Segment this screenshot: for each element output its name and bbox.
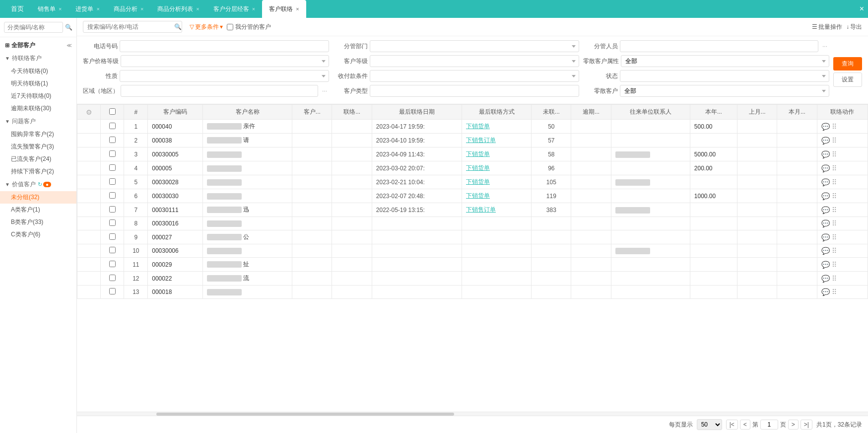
sidebar-collapse-icon[interactable]: ≪ xyxy=(67,43,71,48)
sidebar-item-unclassified[interactable]: 未分组(32) xyxy=(0,191,76,204)
sidebar-item-today[interactable]: 今天待联络(0) xyxy=(0,65,76,77)
row-last-method[interactable]: 下销货单 xyxy=(462,147,532,161)
search-icon[interactable]: 🔍 xyxy=(174,23,186,30)
sidebar-item-declining[interactable]: 持续下滑客户(2) xyxy=(0,165,76,178)
filter-status-select[interactable] xyxy=(620,70,829,82)
sidebar-item-7days[interactable]: 近7天待联络(0) xyxy=(0,90,76,102)
row-last-method[interactable]: 下销售订单 xyxy=(462,134,532,147)
first-page-btn[interactable]: |< xyxy=(726,420,738,430)
more-icon[interactable]: ⠿ xyxy=(832,233,837,241)
row-checkbox[interactable] xyxy=(101,147,124,161)
last-method-link[interactable]: 下销货单 xyxy=(466,192,490,199)
more-icon[interactable]: ⠿ xyxy=(832,178,837,186)
more-icon[interactable]: ⠿ xyxy=(832,275,837,283)
row-select-checkbox[interactable] xyxy=(109,261,116,267)
row-last-method[interactable] xyxy=(462,217,532,230)
filter-region-dots[interactable]: ··· xyxy=(320,87,329,94)
chat-icon[interactable]: 💬 xyxy=(821,288,830,296)
last-method-link[interactable]: 下销货单 xyxy=(466,150,490,157)
chat-icon[interactable]: 💬 xyxy=(821,192,830,200)
next-page-btn[interactable]: > xyxy=(788,420,799,430)
row-checkbox[interactable] xyxy=(101,244,124,258)
sidebar-search-input[interactable] xyxy=(4,22,63,33)
last-method-link[interactable]: 下销货单 xyxy=(466,178,490,185)
row-last-method[interactable] xyxy=(462,230,532,244)
sidebar-all-customers[interactable]: ⊞ 全部客户 ≪ xyxy=(0,37,76,52)
row-select-checkbox[interactable] xyxy=(109,150,116,157)
chat-icon[interactable]: 💬 xyxy=(821,206,830,214)
tab-analysis-list[interactable]: 商品分析列表 × xyxy=(150,0,206,18)
row-checkbox[interactable] xyxy=(101,217,124,230)
chat-icon[interactable]: 💬 xyxy=(821,261,830,269)
chat-icon[interactable]: 💬 xyxy=(821,178,830,186)
row-checkbox[interactable] xyxy=(101,134,124,147)
row-select-checkbox[interactable] xyxy=(109,123,116,129)
my-customers-checkbox-label[interactable]: 我分管的客户 xyxy=(227,23,271,31)
more-icon[interactable]: ⠿ xyxy=(832,261,837,269)
my-customers-checkbox[interactable] xyxy=(227,24,233,30)
sidebar-item-c-class[interactable]: C类客户(6) xyxy=(0,228,76,241)
more-icon[interactable]: ⠿ xyxy=(832,288,837,296)
tab-customer-layer[interactable]: 客户分层经客 × xyxy=(206,0,262,18)
filter-dept-select[interactable] xyxy=(370,40,579,52)
sidebar-item-warning[interactable]: 流失预警客户(3) xyxy=(0,141,76,153)
chat-icon[interactable]: 💬 xyxy=(821,275,830,283)
row-select-checkbox[interactable] xyxy=(109,247,116,253)
page-input[interactable] xyxy=(760,420,778,430)
last-method-link[interactable]: 下销售订单 xyxy=(466,206,496,213)
filter-retail-attr-select[interactable]: 全部 xyxy=(621,55,829,67)
tab-analysis-list-close[interactable]: × xyxy=(196,6,199,12)
filter-retail-customer-select[interactable]: 全部 xyxy=(620,85,829,97)
more-icon[interactable]: ⠿ xyxy=(832,219,837,227)
row-checkbox[interactable] xyxy=(101,120,124,134)
tab-sales-close[interactable]: × xyxy=(59,6,62,12)
chat-icon[interactable]: 💬 xyxy=(821,233,830,241)
sidebar-item-tomorrow[interactable]: 明天待联络(1) xyxy=(0,77,76,90)
filter-customer-type-input[interactable] xyxy=(370,85,579,97)
sidebar-group-pending-header[interactable]: ▼ 待联络客户 xyxy=(0,52,76,65)
tab-customer-contact[interactable]: 客户联络 × xyxy=(262,0,306,18)
last-method-link[interactable]: 下销货单 xyxy=(466,123,490,130)
row-checkbox[interactable] xyxy=(101,161,124,175)
tab-analysis[interactable]: 商品分析 × xyxy=(107,0,150,18)
last-method-link[interactable]: 下销售订单 xyxy=(466,137,496,144)
row-last-method[interactable] xyxy=(462,286,532,299)
last-page-btn[interactable]: >| xyxy=(801,420,812,430)
row-checkbox[interactable] xyxy=(101,203,124,217)
sidebar-group-value-header[interactable]: ▼ 价值客户 ↻ ● xyxy=(0,178,76,191)
row-select-checkbox[interactable] xyxy=(109,219,116,226)
row-select-checkbox[interactable] xyxy=(109,275,116,281)
tab-purchase-close[interactable]: × xyxy=(96,6,99,12)
row-last-method[interactable]: 下销货单 xyxy=(462,161,532,175)
close-all-tabs[interactable]: × xyxy=(860,4,864,13)
filter-payment-select[interactable] xyxy=(370,70,579,82)
more-icon[interactable]: ⠿ xyxy=(832,150,837,158)
row-last-method[interactable]: 下销货单 xyxy=(462,175,532,189)
sidebar-search-icon[interactable]: 🔍 xyxy=(65,24,72,31)
filter-phone-input[interactable] xyxy=(120,40,329,52)
row-select-checkbox[interactable] xyxy=(109,192,116,199)
search-input[interactable] xyxy=(83,21,182,33)
chat-icon[interactable]: 💬 xyxy=(821,219,830,227)
more-icon[interactable]: ⠿ xyxy=(832,137,837,144)
filter-region-input[interactable] xyxy=(121,85,318,97)
row-checkbox[interactable] xyxy=(101,272,124,286)
filter-person-dots[interactable]: ··· xyxy=(820,43,829,50)
sidebar-item-b-class[interactable]: B类客户(33) xyxy=(0,216,76,228)
chat-icon[interactable]: 💬 xyxy=(821,164,830,172)
row-checkbox[interactable] xyxy=(101,189,124,203)
chat-icon[interactable]: 💬 xyxy=(821,123,830,131)
row-last-method[interactable] xyxy=(462,272,532,286)
export-btn[interactable]: ↓ 导出 xyxy=(846,23,862,31)
tab-sales[interactable]: 销售单 × xyxy=(31,0,68,18)
filter-price-level-select[interactable] xyxy=(121,55,329,67)
tab-customer-layer-close[interactable]: × xyxy=(252,6,255,12)
tab-customer-contact-close[interactable]: × xyxy=(296,6,299,12)
horizontal-scrollbar[interactable] xyxy=(77,412,868,416)
row-checkbox[interactable] xyxy=(101,175,124,189)
more-icon[interactable]: ⠿ xyxy=(832,192,837,200)
row-select-checkbox[interactable] xyxy=(109,206,116,213)
sidebar-item-overdue[interactable]: 逾期未联络(30) xyxy=(0,102,76,115)
row-select-checkbox[interactable] xyxy=(109,288,116,294)
gear-icon[interactable]: ⚙ xyxy=(86,108,92,116)
